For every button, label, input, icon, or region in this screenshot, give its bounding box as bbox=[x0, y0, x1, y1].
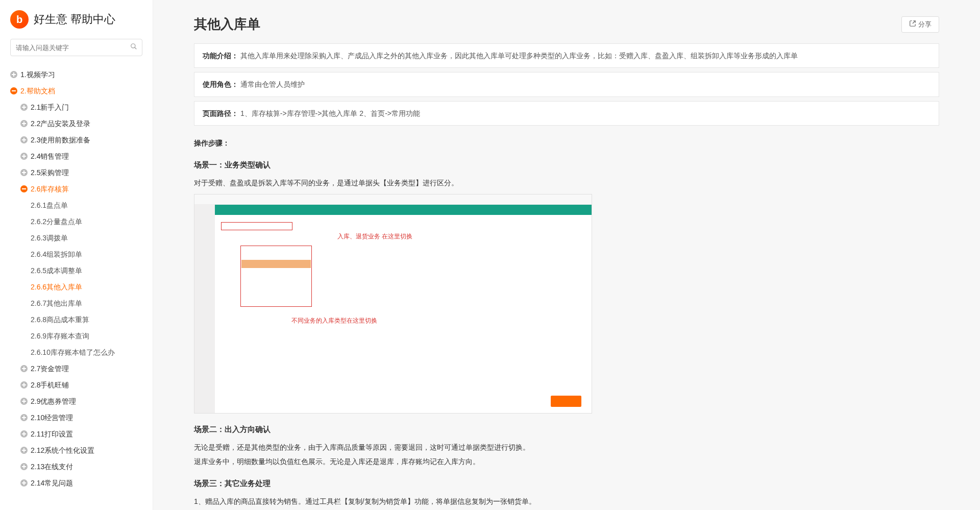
nav-label: 2.6.10库存账本错了怎么办 bbox=[31, 348, 115, 356]
share-label: 分享 bbox=[918, 20, 932, 29]
nav-item-2-2[interactable]: 2.2产品安装及登录 bbox=[10, 115, 142, 132]
expand-icon bbox=[10, 71, 17, 78]
nav-label: 2.7资金管理 bbox=[31, 365, 69, 373]
scene3-p1: 1、赠品入库的商品直接转为销售。通过工具栏【复制/复制为销货单】功能，将单据信息… bbox=[194, 494, 939, 508]
expand-icon bbox=[20, 120, 28, 127]
search-box bbox=[10, 39, 142, 56]
svg-point-0 bbox=[131, 44, 135, 48]
expand-icon bbox=[20, 381, 28, 388]
nav-label: 2.4销售管理 bbox=[31, 152, 69, 160]
share-icon bbox=[909, 20, 916, 29]
role-label: 使用角色： bbox=[203, 80, 238, 88]
collapse-icon bbox=[10, 87, 17, 94]
main-content: 其他入库单 分享 功能介绍：其他入库单用来处理除采购入库、产成品入库之外的其他入… bbox=[153, 0, 980, 510]
nav-label: 2.6.7其他出库单 bbox=[31, 299, 82, 307]
share-button[interactable]: 分享 bbox=[901, 16, 939, 33]
nav-label: 2.6.4组装拆卸单 bbox=[31, 250, 82, 258]
intro-label: 功能介绍： bbox=[203, 52, 238, 60]
nav-item-2-6-8[interactable]: 2.6.8商品成本重算 bbox=[10, 311, 142, 328]
nav-item-2-10[interactable]: 2.10经营管理 bbox=[10, 409, 142, 426]
nav-item-2-11[interactable]: 2.11打印设置 bbox=[10, 426, 142, 442]
scene2-p2: 退库业务中，明细数量均以负值红色展示。无论是入库还是退库，库存账均记在入库方向。 bbox=[194, 454, 939, 469]
nav-label: 2.6.9库存账本查询 bbox=[31, 332, 89, 340]
scene3-title: 场景三：其它业务处理 bbox=[194, 476, 939, 491]
intro-box: 功能介绍：其他入库单用来处理除采购入库、产成品入库之外的其他入库业务，因此其他入… bbox=[194, 43, 939, 68]
page-header: 其他入库单 分享 bbox=[194, 15, 939, 33]
expand-icon bbox=[20, 430, 28, 438]
page-title: 其他入库单 bbox=[194, 15, 260, 33]
sidebar: b 好生意 帮助中心 1.视频学习 2.帮助文档 2.1新手入门 2.2产品安装… bbox=[0, 0, 153, 510]
annotation-1: 入库、退货业务 在这里切换 bbox=[337, 230, 412, 242]
nav-label: 2.13在线支付 bbox=[31, 463, 73, 471]
nav-item-2-9[interactable]: 2.9优惠券管理 bbox=[10, 393, 142, 409]
nav-item-helpdocs[interactable]: 2.帮助文档 bbox=[10, 83, 142, 99]
nav-label: 2.6.5成本调整单 bbox=[31, 266, 82, 275]
path-box: 页面路径：1、库存核算->库存管理->其他入库单 2、首页->常用功能 bbox=[194, 101, 939, 126]
expand-icon bbox=[20, 479, 28, 487]
expand-icon bbox=[20, 153, 28, 160]
path-text: 1、库存核算->库存管理->其他入库单 2、首页->常用功能 bbox=[240, 109, 420, 117]
nav-label: 2.10经营管理 bbox=[31, 414, 73, 422]
site-title: 好生意 帮助中心 bbox=[34, 12, 115, 27]
nav-label: 2.11打印设置 bbox=[31, 430, 73, 438]
intro-text: 其他入库单用来处理除采购入库、产成品入库之外的其他入库业务，因此其他入库单可处理… bbox=[240, 52, 798, 60]
path-label: 页面路径： bbox=[203, 109, 238, 117]
article-body: 操作步骤： 场景一：业务类型确认 对于受赠、盘盈或是拆装入库等不同的业务，是通过… bbox=[194, 136, 939, 508]
scene1-title: 场景一：业务类型确认 bbox=[194, 157, 939, 173]
nav-label: 2.6.2分量盘点单 bbox=[31, 217, 82, 226]
nav-item-2-6[interactable]: 2.6库存核算 bbox=[10, 181, 142, 197]
nav-item-2-6-10[interactable]: 2.6.10库存账本错了怎么办 bbox=[10, 344, 142, 360]
expand-icon bbox=[20, 398, 28, 405]
nav-item-2-6-2[interactable]: 2.6.2分量盘点单 bbox=[10, 213, 142, 230]
nav-item-2-12[interactable]: 2.12系统个性化设置 bbox=[10, 442, 142, 458]
nav-label: 2.14常见问题 bbox=[31, 479, 73, 487]
nav-item-2-6-9[interactable]: 2.6.9库存账本查询 bbox=[10, 328, 142, 344]
nav-item-2-6-5[interactable]: 2.6.5成本调整单 bbox=[10, 262, 142, 279]
nav-label: 2.6.3调拨单 bbox=[31, 234, 68, 242]
scene2-p1: 无论是受赠，还是其他类型的业务，由于入库商品质量等原因，需要退回，这时可通过单据… bbox=[194, 440, 939, 454]
expand-icon bbox=[20, 136, 28, 143]
nav-label: 2.9优惠券管理 bbox=[31, 397, 76, 405]
nav-item-video[interactable]: 1.视频学习 bbox=[10, 66, 142, 83]
nav-label: 2.5采购管理 bbox=[31, 168, 69, 177]
nav-item-2-14[interactable]: 2.14常见问题 bbox=[10, 475, 142, 491]
nav-item-2-8[interactable]: 2.8手机旺铺 bbox=[10, 377, 142, 393]
nav-item-2-6-1[interactable]: 2.6.1盘点单 bbox=[10, 197, 142, 213]
nav-item-2-6-6[interactable]: 2.6.6其他入库单 bbox=[10, 279, 142, 295]
expand-icon bbox=[20, 414, 28, 421]
search-input[interactable] bbox=[10, 39, 142, 56]
nav-label: 2.6.8商品成本重算 bbox=[31, 315, 89, 324]
nav-label: 2.8手机旺铺 bbox=[31, 381, 69, 389]
nav-label: 2.2产品安装及登录 bbox=[31, 119, 90, 128]
nav-label: 1.视频学习 bbox=[20, 70, 55, 79]
nav-label: 2.帮助文档 bbox=[20, 87, 55, 95]
search-icon[interactable] bbox=[130, 43, 137, 52]
nav-item-2-3[interactable]: 2.3使用前数据准备 bbox=[10, 132, 142, 148]
annotation-2: 不同业务的入库类型在这里切换 bbox=[291, 314, 377, 327]
nav-label: 2.6.1盘点单 bbox=[31, 201, 68, 209]
nav-item-2-1[interactable]: 2.1新手入门 bbox=[10, 99, 142, 115]
nav-item-2-4[interactable]: 2.4销售管理 bbox=[10, 148, 142, 164]
collapse-icon bbox=[20, 185, 28, 192]
nav-label: 2.3使用前数据准备 bbox=[31, 136, 90, 144]
scene1-desc: 对于受赠、盘盈或是拆装入库等不同的业务，是通过单据头【业务类型】进行区分。 bbox=[194, 176, 939, 190]
nav-label: 2.6.6其他入库单 bbox=[31, 283, 82, 291]
nav-item-2-6-3[interactable]: 2.6.3调拨单 bbox=[10, 230, 142, 246]
expand-icon bbox=[20, 104, 28, 111]
expand-icon bbox=[20, 463, 28, 470]
nav-label: 2.1新手入门 bbox=[31, 103, 69, 111]
nav-item-2-6-7[interactable]: 2.6.7其他出库单 bbox=[10, 295, 142, 311]
nav-item-2-7[interactable]: 2.7资金管理 bbox=[10, 360, 142, 377]
svg-line-1 bbox=[135, 47, 137, 50]
role-box: 使用角色：通常由仓管人员维护 bbox=[194, 72, 939, 96]
scene2-title: 场景二：出入方向确认 bbox=[194, 422, 939, 437]
nav-item-2-6-4[interactable]: 2.6.4组装拆卸单 bbox=[10, 246, 142, 262]
logo-icon: b bbox=[10, 10, 29, 29]
nav-label: 2.6库存核算 bbox=[31, 185, 69, 193]
nav-item-2-5[interactable]: 2.5采购管理 bbox=[10, 164, 142, 181]
steps-label: 操作步骤： bbox=[194, 136, 939, 150]
nav-tree: 1.视频学习 2.帮助文档 2.1新手入门 2.2产品安装及登录 2.3使用前数… bbox=[10, 66, 142, 491]
nav-item-2-13[interactable]: 2.13在线支付 bbox=[10, 458, 142, 475]
expand-icon bbox=[20, 169, 28, 176]
role-text: 通常由仓管人员维护 bbox=[240, 80, 305, 88]
